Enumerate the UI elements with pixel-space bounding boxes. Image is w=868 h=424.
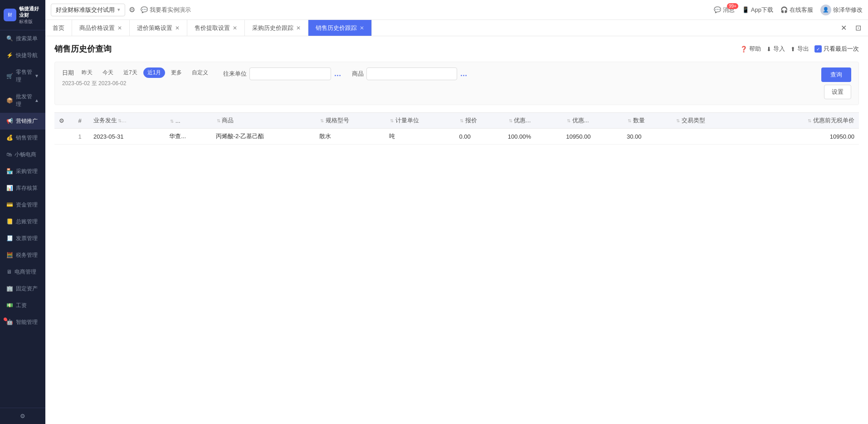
sidebar-item-quicknav[interactable]: ⚡ 快捷导航 — [0, 47, 45, 64]
sidebar-payroll-label: 工资 — [16, 302, 27, 309]
col-extra[interactable]: ⇅ ... — [165, 113, 211, 129]
sidebar-item-search[interactable]: 🔍 搜索菜单 — [0, 30, 45, 47]
sales-icon: 💰 — [6, 135, 13, 141]
avatar-icon: 👤 — [823, 7, 829, 13]
sidebar-item-ledger[interactable]: 📒 总账管理 — [0, 213, 45, 230]
user-menu[interactable]: 👤 徐泽华修改 — [820, 5, 863, 15]
sidebar-purchase-label: 采购管理 — [16, 168, 38, 175]
app-name: 畅捷通好业财 标准版 — [19, 5, 42, 24]
tab-sale-history[interactable]: 销售历史价跟踪 ✕ — [308, 20, 372, 36]
date-last1m[interactable]: 近1月 — [143, 67, 166, 78]
col-product[interactable]: ⇅ 商品 — [211, 113, 315, 129]
wholesale-expand-icon: ▲ — [34, 98, 39, 103]
from-unit-input[interactable] — [249, 67, 331, 80]
page-title-row: 销售历史价查询 ❓ 帮助 ⬇ 导入 ⬆ 导出 ✓ — [54, 43, 859, 54]
date-buttons: 昨天 今天 近7天 近1月 更多 自定义 — [78, 67, 212, 78]
col-spec[interactable]: ⇅ 规格型号 — [315, 113, 385, 129]
avatar: 👤 — [820, 5, 831, 15]
tab-purchase-history[interactable]: 采购历史价跟踪 ✕ — [245, 20, 308, 36]
sidebar-assets-label: 固定资产 — [16, 285, 38, 293]
tab-maximize-btn[interactable]: ⊡ — [852, 22, 864, 34]
col-quantity-label: 数量 — [633, 117, 645, 124]
col-quantity[interactable]: ⇅ 数量 — [622, 113, 671, 129]
sidebar-item-retail[interactable]: 🛒 零售管理 ▼ — [0, 64, 45, 88]
demo-btn[interactable]: 💬 我要看实例演示 — [141, 6, 191, 14]
row-quantity: 30.00 — [622, 129, 671, 145]
setting-button[interactable]: 设置 — [824, 85, 851, 99]
col-spec-sort: ⇅ — [320, 118, 324, 123]
tab-purchase-history-close[interactable]: ✕ — [296, 25, 301, 31]
sidebar-item-tax[interactable]: 🧮 税务管理 — [0, 247, 45, 264]
import-btn[interactable]: ⬇ 导入 — [766, 45, 785, 53]
row-settings[interactable] — [54, 129, 71, 145]
product-input[interactable] — [366, 67, 457, 80]
app-download-btn[interactable]: 📱 App下载 — [742, 6, 773, 14]
col-pre-tax-price[interactable]: ⇅ 优惠前无税单价 — [757, 113, 859, 129]
tab-purchase-strategy[interactable]: 进价策略设置 ✕ — [130, 20, 187, 36]
tab-price[interactable]: 商品价格设置 ✕ — [72, 20, 130, 36]
sidebar-item-ai[interactable]: 🤖 智能管理 — [0, 314, 45, 331]
only-last-checkbox[interactable]: ✓ — [814, 45, 822, 53]
col-unit[interactable]: ⇅ 计量单位 — [385, 113, 454, 129]
sidebar-item-wholesale[interactable]: 📦 批发管理 ▲ — [0, 88, 45, 113]
query-button[interactable]: 查询 — [821, 67, 851, 82]
tab-sale-extract-close[interactable]: ✕ — [233, 25, 237, 31]
product-dots[interactable]: … — [460, 70, 467, 78]
col-biz-date-label: 业务发生 — [93, 117, 117, 124]
date-custom[interactable]: 自定义 — [188, 67, 212, 78]
tab-sale-history-label: 销售历史价跟踪 — [316, 24, 357, 32]
export-btn[interactable]: ⬆ 导出 — [790, 45, 809, 53]
col-discount1[interactable]: ⇅ 优惠... — [503, 113, 561, 129]
sidebar-item-finance[interactable]: 💳 资金管理 — [0, 197, 45, 213]
col-product-label: 商品 — [222, 117, 234, 124]
only-last-label: 只看最后一次 — [824, 45, 859, 53]
col-extra-label: ... — [176, 117, 180, 124]
from-unit-label: 往来单位 — [223, 70, 247, 78]
topbar-setting-btn[interactable]: ⚙ — [129, 5, 135, 14]
date-yesterday[interactable]: 昨天 — [78, 67, 97, 78]
sidebar-item-sales[interactable]: 💰 销售管理 — [0, 130, 45, 146]
inventory-icon: 📊 — [6, 185, 13, 191]
tabbar-controls: ✕ ⊡ — [837, 22, 868, 34]
sidebar-finance-label: 资金管理 — [16, 201, 38, 209]
sidebar-item-ecommerce[interactable]: 🖥 电商管理 — [0, 264, 45, 280]
ai-icon: 🤖 — [6, 319, 13, 325]
version-selector[interactable]: 好业财标准版交付试用 ▾ — [51, 4, 125, 16]
sidebar-settings-bottom[interactable]: ⚙ — [0, 408, 45, 424]
col-discount2[interactable]: ⇅ 优惠... — [561, 113, 622, 129]
date-today[interactable]: 今天 — [98, 67, 117, 78]
col-price[interactable]: ⇅ 报价 — [454, 113, 503, 129]
table-row: 1 2023-05-31 华查... 丙烯酸-2-乙基己酯 散水 吨 0.00 … — [54, 129, 859, 145]
tab-purchase-strategy-close[interactable]: ✕ — [175, 25, 180, 31]
from-unit-dots[interactable]: … — [334, 70, 341, 78]
row-product: 丙烯酸-2-乙基己酯 — [211, 129, 315, 145]
online-service-btn[interactable]: 🎧 在线客服 — [780, 6, 813, 14]
col-trade-type[interactable]: ⇅ 交易类型 — [671, 113, 741, 129]
date-more[interactable]: 更多 — [167, 67, 186, 78]
sidebar-item-invoice[interactable]: 🧾 发票管理 — [0, 230, 45, 247]
version-selector-label: 好业财标准版交付试用 — [56, 6, 115, 14]
online-service-label: 在线客服 — [790, 6, 813, 14]
messages-btn[interactable]: 💬 消息 99+ — [714, 6, 735, 14]
row-extra: 华查... — [165, 129, 211, 145]
col-settings[interactable]: ⚙ — [54, 113, 71, 129]
date-last7[interactable]: 近7天 — [119, 67, 141, 78]
user-name: 徐泽华修改 — [833, 6, 863, 14]
help-btn[interactable]: ❓ 帮助 — [740, 45, 761, 53]
tab-sale-history-close[interactable]: ✕ — [360, 25, 364, 31]
col-biz-date[interactable]: 业务发生⇅... — [89, 113, 165, 129]
logo-icon: 财 — [4, 9, 16, 21]
sidebar-item-purchase[interactable]: 🏪 采购管理 — [0, 163, 45, 180]
sidebar-item-marketing[interactable]: 📢 营销推广 — [0, 113, 45, 130]
sidebar-item-ecommerce-small[interactable]: 🛍 小畅电商 — [0, 146, 45, 163]
product-label: 商品 — [352, 70, 364, 78]
sidebar-item-assets[interactable]: 🏢 固定资产 — [0, 280, 45, 297]
tab-home[interactable]: 首页 — [45, 20, 72, 36]
tab-close-btn[interactable]: ✕ — [837, 22, 850, 34]
sidebar-item-payroll[interactable]: 💵 工资 — [0, 297, 45, 314]
sidebar-item-inventory[interactable]: 📊 库存核算 — [0, 180, 45, 197]
tab-sale-extract[interactable]: 售价提取设置 ✕ — [187, 20, 245, 36]
purchase-icon: 🏪 — [6, 168, 13, 174]
tab-price-close[interactable]: ✕ — [117, 25, 122, 31]
only-last-check[interactable]: ✓ 只看最后一次 — [814, 45, 859, 53]
